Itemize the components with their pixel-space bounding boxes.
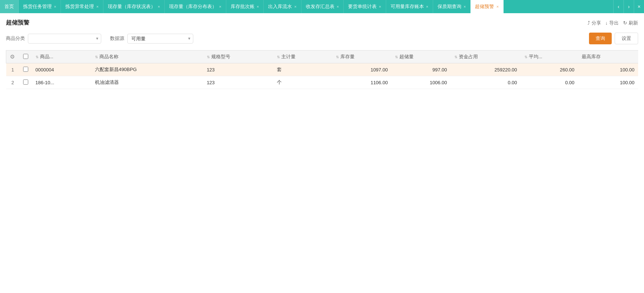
sort-icon-overstock: ⇅ — [395, 55, 398, 59]
cell-overstock: 997.00 — [391, 63, 450, 76]
cell-capital: 259220.00 — [451, 63, 521, 76]
cell-goods-name: 六配套新昌490BPG — [91, 63, 203, 76]
cell-goods-code: 0000004 — [32, 63, 91, 76]
nav-arrows: ‹ › × — [613, 0, 644, 13]
column-goods-name[interactable]: ⇅商品名称 — [91, 51, 203, 63]
sort-icon-unit: ⇅ — [277, 55, 280, 59]
category-label: 商品分类 — [6, 35, 25, 42]
nav-item-task-mgmt[interactable]: 拣货任务管理× — [19, 0, 61, 13]
cell-avg: 0.00 — [521, 76, 578, 89]
nav-next-button[interactable]: › — [623, 0, 634, 13]
nav-close-avail-stock[interactable]: × — [426, 4, 428, 9]
row-checkbox — [19, 63, 32, 76]
nav-close-stock-status[interactable]: × — [158, 4, 160, 9]
cell-spec: 123 — [203, 76, 273, 89]
col-label-unit: 主计量 — [281, 54, 296, 59]
nav-item-home[interactable]: 首页 — [0, 0, 19, 13]
nav-item-in-out-flow[interactable]: 出入库流水× — [264, 0, 301, 13]
nav-close-task-mgmt[interactable]: × — [54, 4, 56, 9]
column-goods-code[interactable]: ⇅商品... — [32, 51, 91, 63]
nav-item-expiry[interactable]: 保质期查询× — [433, 0, 471, 13]
cell-unit: 套 — [273, 63, 332, 76]
header-actions: ⤴ 分享 ↓ 导出 ↻ 刷新 — [588, 20, 638, 26]
column-unit[interactable]: ⇅主计量 — [273, 51, 332, 63]
sort-icon-stock: ⇅ — [336, 55, 339, 59]
nav-item-stock-batch[interactable]: 库存批次账× — [226, 0, 264, 13]
nav-close-recv-send[interactable]: × — [337, 4, 339, 9]
nav-item-stock-dist[interactable]: 现存量（库存分布表）× — [165, 0, 226, 13]
export-button[interactable]: ↓ 导出 — [605, 20, 619, 26]
settings-button[interactable]: 设置 — [615, 33, 638, 44]
row-number: 1 — [6, 63, 19, 76]
share-button[interactable]: ⤴ 分享 — [588, 20, 601, 26]
nav-item-exception-proc[interactable]: 拣货异常处理× — [61, 0, 103, 13]
sort-icon-capital: ⇅ — [454, 55, 457, 59]
filter-actions: 查询 设置 — [589, 33, 638, 44]
cell-spec: 123 — [203, 63, 273, 76]
col-label-avg: 平均... — [529, 54, 542, 59]
row-select-checkbox-0[interactable] — [23, 67, 28, 72]
category-filter-group: 商品分类 — [6, 34, 101, 44]
row-checkbox — [19, 76, 32, 89]
nav-close-stock-dist[interactable]: × — [219, 4, 221, 9]
cell-capital: 0.00 — [451, 76, 521, 89]
nav-close-button[interactable]: × — [634, 0, 644, 13]
top-navigation: 首页拣货任务管理×拣货异常处理×现存量（库存状况表）×现存量（库存分布表）×库存… — [0, 0, 644, 13]
nav-item-overstock[interactable]: 超储预警× — [471, 0, 503, 13]
nav-close-overstock[interactable]: × — [496, 4, 498, 9]
nav-close-order-stats[interactable]: × — [379, 4, 381, 9]
cell-goods-name: 机油滤清器 — [91, 76, 203, 89]
refresh-button[interactable]: ↻ 刷新 — [623, 20, 638, 26]
column-capital[interactable]: ⇅资金占用 — [451, 51, 521, 63]
datasource-select[interactable]: 可用量 库存量 — [127, 34, 193, 44]
col-label-overstock: 超储量 — [399, 54, 414, 59]
col-label-spec: 规格型号 — [211, 54, 230, 59]
nav-close-expiry[interactable]: × — [464, 4, 466, 9]
sort-icon-spec: ⇅ — [207, 55, 210, 59]
table-header-row: ⚙ ⇅商品... ⇅商品名称 ⇅规格型号 ⇅主计量 ⇅库存量 — [6, 51, 638, 63]
cell-max-stock: 100.00 — [578, 76, 638, 89]
col-label-capital: 资金占用 — [459, 54, 478, 59]
col-label-goods-code: 商品... — [40, 54, 54, 59]
gear-icon: ⚙ — [10, 53, 15, 60]
nav-item-stock-status[interactable]: 现存量（库存状况表）× — [103, 0, 165, 13]
category-select[interactable] — [28, 34, 101, 44]
col-label-goods-name: 商品名称 — [99, 54, 118, 59]
table-row: 10000004六配套新昌490BPG123套1097.00997.002592… — [6, 63, 638, 76]
datasource-filter-group: 数据源 可用量 库存量 — [110, 34, 193, 44]
row-select-checkbox-1[interactable] — [23, 79, 28, 85]
refresh-icon: ↻ — [623, 20, 627, 26]
column-overstock[interactable]: ⇅超储量 — [391, 51, 450, 63]
query-button[interactable]: 查询 — [589, 33, 612, 44]
cell-stock: 1106.00 — [332, 76, 391, 89]
nav-close-exception-proc[interactable]: × — [96, 4, 98, 9]
page-title: 超储预警 — [6, 19, 29, 27]
datasource-select-wrapper: 可用量 库存量 — [127, 34, 193, 44]
nav-item-avail-stock[interactable]: 可用量库存账本× — [386, 0, 433, 13]
page-content: 超储预警 ⤴ 分享 ↓ 导出 ↻ 刷新 商品分类 — [0, 13, 644, 293]
column-spec[interactable]: ⇅规格型号 — [203, 51, 273, 63]
column-avg[interactable]: ⇅平均... — [521, 51, 578, 63]
export-icon: ↓ — [605, 20, 608, 26]
sort-icon: ⇅ — [36, 55, 39, 59]
column-settings[interactable]: ⚙ — [6, 51, 19, 63]
nav-close-in-out-flow[interactable]: × — [294, 4, 296, 9]
nav-item-recv-send[interactable]: 收发存汇总表× — [301, 0, 344, 13]
cell-goods-code: 186-10... — [32, 76, 91, 89]
col-label-max-stock: 最高库存 — [582, 54, 601, 59]
cell-stock: 1097.00 — [332, 63, 391, 76]
cell-max-stock: 100.00 — [578, 63, 638, 76]
page-header: 超储预警 ⤴ 分享 ↓ 导出 ↻ 刷新 — [6, 19, 638, 27]
column-max-stock: 最高库存 — [578, 51, 638, 63]
column-stock[interactable]: ⇅库存量 — [332, 51, 391, 63]
nav-close-stock-batch[interactable]: × — [257, 4, 259, 9]
filter-row: 商品分类 数据源 可用量 库存量 查询 设置 — [6, 33, 638, 44]
nav-item-order-stats[interactable]: 要货单统计表× — [344, 0, 386, 13]
nav-prev-button[interactable]: ‹ — [613, 0, 623, 13]
cell-overstock: 1006.00 — [391, 76, 450, 89]
category-select-wrapper — [28, 34, 101, 44]
column-select-all[interactable] — [19, 51, 32, 63]
select-all-checkbox[interactable] — [23, 54, 28, 59]
cell-avg: 260.00 — [521, 63, 578, 76]
cell-unit: 个 — [273, 76, 332, 89]
